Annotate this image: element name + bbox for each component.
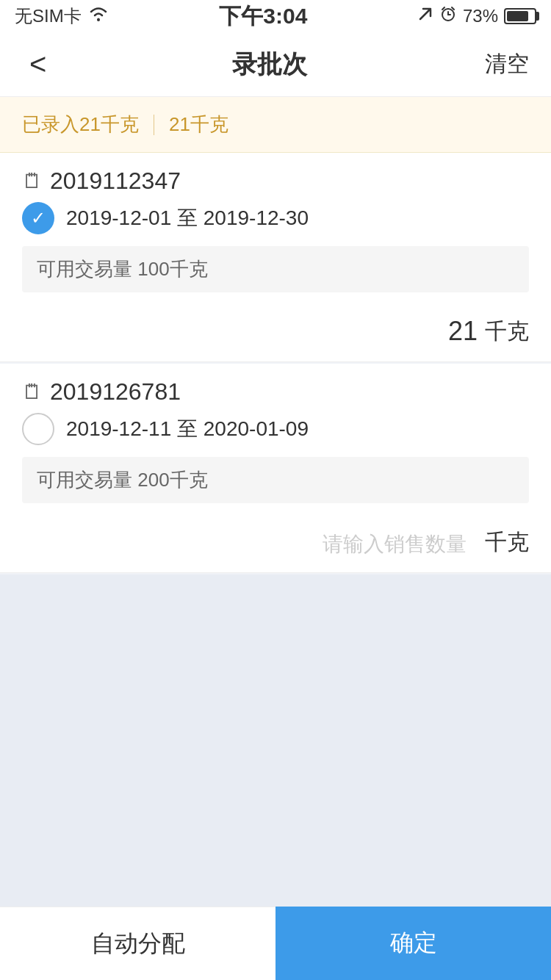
batch-row-1[interactable]: ✓ 2019-12-01 至 2019-12-30 [0,202,551,246]
battery-icon [504,8,536,24]
quantity-unit-1: 千克 [485,317,529,347]
available-bar-2: 可用交易量 200千克 [22,457,529,503]
status-time: 下午3:04 [219,1,307,32]
batch-header-2: 🗒 2019126781 [0,364,551,413]
quantity-unit-2: 千克 [485,527,529,558]
quantity-value-1: 21 [448,316,478,347]
radio-selected-1[interactable]: ✓ [22,202,54,234]
status-right: 73% [417,5,536,27]
summary-divider [154,115,154,135]
alarm-icon [439,5,457,27]
batch-card-1: 🗒 2019112347 ✓ 2019-12-01 至 2019-12-30 可… [0,153,551,362]
batch-header-1: 🗒 2019112347 [0,153,551,202]
location-icon [417,6,433,26]
bottom-bar: 自动分配 确定 [0,907,551,980]
quantity-input-2[interactable] [257,527,478,558]
batch-row-2[interactable]: 2019-12-11 至 2020-01-09 [0,413,551,457]
batch-id-2: 2019126781 [50,378,181,406]
gray-filler [0,574,551,962]
batch-id-1: 2019112347 [50,167,181,195]
wifi-icon [87,6,109,26]
page-title: 录批次 [232,48,307,82]
summary-label: 已录入21千克 [22,112,139,137]
batch-date-2: 2019-12-11 至 2020-01-09 [66,415,309,443]
nav-bar: < 录批次 清空 [0,32,551,97]
batch-icon-1: 🗒 [22,169,43,193]
confirm-button[interactable]: 确定 [276,907,551,980]
content-area: 🗒 2019112347 ✓ 2019-12-01 至 2019-12-30 可… [0,153,551,962]
quantity-input-row-2[interactable]: 千克 [0,515,551,573]
batch-card-2: 🗒 2019126781 2019-12-11 至 2020-01-09 可用交… [0,364,551,573]
summary-value: 21千克 [169,112,228,137]
check-icon-1: ✓ [31,208,46,228]
svg-point-0 [97,18,100,21]
battery-percent: 73% [463,6,498,26]
batch-icon-2: 🗒 [22,380,43,404]
status-bar: 无SIM卡 下午3:04 73% [0,0,551,32]
back-button[interactable]: < [22,40,54,88]
quantity-row-1: 21 千克 [0,304,551,362]
status-left: 无SIM卡 [15,4,109,28]
available-bar-1: 可用交易量 100千克 [22,246,529,292]
summary-bar: 已录入21千克 21千克 [0,97,551,153]
batch-date-1: 2019-12-01 至 2019-12-30 [66,204,309,232]
radio-unselected-2[interactable] [22,413,54,445]
auto-distribute-button[interactable]: 自动分配 [0,907,276,980]
clear-button[interactable]: 清空 [485,49,529,79]
carrier-text: 无SIM卡 [15,4,82,28]
